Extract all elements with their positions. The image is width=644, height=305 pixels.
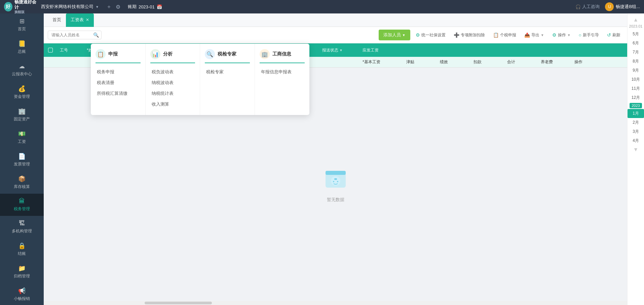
report-filter-icon[interactable]: ▼ [339, 48, 343, 52]
sidebar-item-fixed-assets[interactable]: 🏢 固定资产 [0, 104, 44, 126]
period-selector[interactable]: 账期 2023-01 📅 [128, 4, 162, 10]
timeline-month-2[interactable]: 2月 [628, 118, 644, 127]
tax-return-icon: 📋 [493, 32, 499, 38]
select-all-checkbox[interactable] [48, 48, 53, 52]
timeline-month-6[interactable]: 6月 [628, 39, 644, 48]
refresh-btn[interactable]: ↺ 刷新 [604, 31, 623, 40]
social-insurance-btn[interactable]: ⚙ 统一社保设置 [413, 31, 448, 40]
svg-point-4 [333, 181, 334, 182]
user-info[interactable]: U 畅捷通B组... [605, 2, 640, 11]
sidebar-item-ledger[interactable]: 📒 总账 [0, 36, 44, 59]
item-tax-fluctuation[interactable]: 纳税波动表 [150, 77, 195, 88]
inventory-icon: 📦 [18, 175, 26, 183]
gongshang-label: 工商信息 [272, 51, 291, 57]
dropdown-header-taxex: 🔍 税检专家 [205, 49, 250, 63]
company-selector[interactable]: 西安虾米网络科技有限公司 ▼ [41, 4, 99, 10]
multi-org-icon: 🏗 [19, 220, 25, 227]
scroll-thumb[interactable] [145, 302, 212, 304]
dropdown-col-taxex: 🔍 税检专家 税检专家 [200, 44, 255, 115]
tab-close-icon[interactable]: ✕ [86, 17, 89, 22]
sidebar-item-funds[interactable]: 💰 资金管理 [0, 81, 44, 104]
timeline-month-5[interactable]: 5月 [628, 30, 644, 39]
sidebar-label-funds: 资金管理 [14, 94, 30, 100]
timeline-month-11[interactable]: 11月 [628, 84, 644, 93]
item-income-calc[interactable]: 收入测算 [150, 99, 195, 110]
export-btn[interactable]: 📤 导出 ▼ [522, 31, 547, 40]
add-icon[interactable]: ＋ [106, 3, 112, 11]
tab-home[interactable]: 首页 [48, 13, 66, 27]
operations-icon: ⚙ [552, 32, 557, 38]
cloud-icon: ☁ [19, 63, 25, 70]
marketing-icon: 📢 [18, 287, 26, 295]
item-tax-statistics[interactable]: 纳税统计表 [150, 88, 195, 99]
sidebar-label-inventory: 库存核算 [14, 184, 30, 190]
operations-caret: ▼ [567, 33, 571, 37]
tax-return-label: 个税申报 [500, 32, 516, 38]
timeline-down-nav[interactable]: ▼ [632, 145, 640, 154]
sidebar-item-home[interactable]: ⊞ 首页 [0, 13, 44, 36]
timeline-month-4[interactable]: 4月 [628, 136, 644, 145]
right-timeline-panel: ▲ 2023.01 5月 6月 7月 8月 9月 10月 11月 12月 202… [627, 13, 644, 305]
timeline-month-12[interactable]: 12月 [628, 93, 644, 102]
svg-point-5 [337, 181, 338, 182]
shenb-icon: 📋 [96, 49, 106, 59]
timeline-month-3[interactable]: 3月 [628, 127, 644, 136]
sidebar-item-invoice[interactable]: 📄 发票管理 [0, 149, 44, 171]
timeline-month-8[interactable]: 8月 [628, 57, 644, 66]
headset-icon: 🎧 [575, 4, 581, 9]
fenx-label: 分析 [163, 51, 173, 57]
top-bar-right: 🎧 人工咨询 U 畅捷通B组... [575, 2, 640, 11]
item-annual-report[interactable]: 年报信息申报表 [260, 67, 305, 77]
funds-icon: 💰 [18, 85, 26, 92]
special-deduction-icon: ➕ [454, 32, 459, 38]
sidebar-label-closing: 结账 [18, 251, 26, 257]
th-report-status[interactable]: 报送状态 ▼ [319, 47, 360, 53]
sidebar-item-tax[interactable]: 🏛 税务管理 [0, 194, 44, 216]
search-wrap: 🔍 [48, 31, 102, 39]
bottom-scrollbar[interactable] [44, 301, 627, 305]
timeline-month-9[interactable]: 9月 [628, 66, 644, 75]
item-tax-expert[interactable]: 税检专家 [205, 67, 250, 77]
social-insurance-label: 统一社保设置 [421, 32, 446, 38]
content-area: 首页 工资表 ✕ 🔍 添加人员 ▼ ⚙ 统一社保设置 ➕ [44, 13, 627, 305]
tab-payroll[interactable]: 工资表 ✕ [66, 13, 94, 27]
help-button[interactable]: 🎧 人工咨询 [575, 4, 600, 10]
shenb-label: 申报 [108, 51, 118, 57]
sidebar-item-cloud-report[interactable]: ☁ 云报表中心 [0, 59, 44, 81]
item-tax-burden[interactable]: 税负波动表 [150, 67, 195, 77]
timeline-month-7[interactable]: 7月 [628, 48, 644, 57]
sidebar-item-payroll[interactable]: 💵 工资 [0, 126, 44, 149]
sidebar-item-archive[interactable]: 📁 归档管理 [0, 261, 44, 283]
guide-label: 新手引导 [583, 32, 599, 38]
timeline-month-10[interactable]: 10月 [628, 75, 644, 84]
tax-return-btn[interactable]: 📋 个税申报 [490, 31, 519, 40]
search-button[interactable]: 🔍 [93, 32, 99, 38]
sidebar-item-multi-org[interactable]: 🏗 多机构管理 [0, 216, 44, 238]
fenx-icon: 📊 [150, 49, 160, 59]
th-pension: 养老费 [538, 59, 572, 65]
export-caret: ▼ [541, 33, 544, 37]
empty-icon [322, 166, 349, 193]
item-tax-table[interactable]: 税表清册 [96, 77, 141, 88]
th-deduction: 扣款 [471, 59, 504, 65]
settings-icon[interactable]: ⚙ [115, 3, 121, 11]
timeline-month-1[interactable]: 1月 [628, 109, 644, 118]
timeline-up-nav[interactable]: ▲ [632, 15, 640, 24]
th-subsidy: 津贴 [404, 59, 437, 65]
add-person-button[interactable]: 添加人员 ▼ [379, 30, 410, 40]
timeline-year-label: 2023 [630, 103, 642, 108]
th-check[interactable] [44, 48, 57, 52]
special-deduction-btn[interactable]: ➕ 专项附加扣除 [451, 31, 488, 40]
closing-icon: 🔒 [18, 242, 26, 250]
item-income-tax[interactable]: 所得税汇算清缴 [96, 88, 141, 99]
sidebar-item-marketing[interactable]: 📢 小畅报销 [0, 283, 44, 305]
operations-btn[interactable]: ⚙ 操作 ▼ [550, 31, 573, 40]
app-name: 畅捷通好会计 [14, 0, 38, 10]
item-tax-report[interactable]: 税务申报 [96, 67, 141, 77]
sidebar-label-multi-org: 多机构管理 [12, 228, 32, 234]
sidebar-item-inventory[interactable]: 📦 库存核算 [0, 171, 44, 194]
th-report-status-label: 报送状态 [322, 47, 338, 53]
guide-btn[interactable]: ○ 新手引导 [576, 31, 602, 40]
sidebar-item-closing[interactable]: 🔒 结账 [0, 238, 44, 261]
main-layout: ⊞ 首页 📒 总账 ☁ 云报表中心 💰 资金管理 🏢 固定资产 💵 工资 📄 发… [0, 13, 644, 305]
